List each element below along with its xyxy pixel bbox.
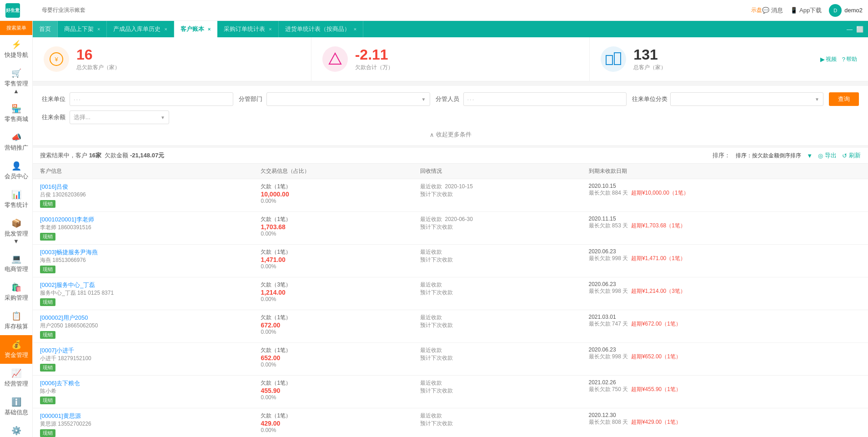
overdue-link-6[interactable]: 超期¥455.90（1笔） <box>631 386 681 392</box>
tab-import-stats-close[interactable]: × <box>354 26 356 32</box>
quick-nav-icon: ⚡ <box>11 40 21 50</box>
sidebar-item-retail-mgmt[interactable]: 🛒 零售管理 ▲ <box>0 64 32 99</box>
overdue-link-2[interactable]: 超期¥1,471.00（1笔） <box>631 255 686 261</box>
sidebar-item-retail-stats[interactable]: 📊 零售统计 <box>0 185 32 214</box>
page-body: ¥ 16 总欠款客户（家） -2.11 欠款合计（万） <box>33 37 868 437</box>
tab-purchase-order-stats[interactable]: 采购订单统计表 × <box>217 21 278 37</box>
sidebar-item-basic-info[interactable]: ℹ️ 基础信息 <box>0 392 32 421</box>
debt-count-2: 欠款（1笔） <box>261 248 405 256</box>
tab-home[interactable]: 首页 <box>33 21 58 37</box>
customer-name-3[interactable]: [0002]服务中心_丁磊 <box>40 281 246 289</box>
ops-mgmt-icon: 📈 <box>11 368 21 378</box>
retail-mall-icon: 🏪 <box>11 104 21 114</box>
tab-purchase-order-stats-label: 采购订单统计表 <box>224 25 265 33</box>
sidebar-label-ops-mgmt: 经营管理 <box>5 380 28 388</box>
filter-input-dept[interactable]: ▼ <box>266 92 430 106</box>
customer-cell-4: [000002]用户2050 用户2050 18665062050 现销 <box>33 310 253 343</box>
collapse-bar[interactable]: ∧ 收起更多条件 <box>42 129 859 141</box>
search-menu[interactable]: 搜索菜单 <box>0 21 32 35</box>
sidebar-item-member-center[interactable]: 👤 会员中心 <box>0 156 32 185</box>
overdue-days-6: 最长欠款 750 天 超期¥455.90（1笔） <box>589 386 861 393</box>
debt-amount-4[interactable]: 672.00 <box>261 321 405 329</box>
tab-customer-account[interactable]: 客户账本 × <box>174 21 217 37</box>
overdue-link-3[interactable]: 超期¥1,214.00（3笔） <box>631 288 686 294</box>
video-button[interactable]: ▶ 视频 <box>820 55 837 63</box>
customer-cell-0: [0016]吕俊 吕俊 13026203696 现销 <box>33 179 253 212</box>
overdue-cell-0: 2020.10.15 最长欠款 884 天 超期¥10,000.00（1笔） <box>582 179 868 212</box>
debt-amount-2[interactable]: 1,471.00 <box>261 256 405 263</box>
tab-purchase-order-stats-close[interactable]: × <box>269 26 271 32</box>
debt-count-6: 欠款（1笔） <box>261 379 405 387</box>
recovery-label-1: 最近收款 2020-06-30 <box>420 216 574 223</box>
sort-select[interactable]: 排序：按欠款金额倒序排序 <box>736 152 801 160</box>
sidebar-label-capital-mgmt: 资金管理 <box>5 351 28 359</box>
sidebar-item-ops-mgmt[interactable]: 📈 经营管理 <box>0 364 32 392</box>
recovery-cell-1: 最近收款 2020-06-30 预计下次收款 <box>413 212 582 245</box>
tab-production-history-close[interactable]: × <box>164 26 167 32</box>
message-button[interactable]: 💬 消息 <box>762 6 783 15</box>
debt-amount-6[interactable]: 455.90 <box>261 387 405 394</box>
sidebar-item-ecom-mgmt[interactable]: 💻 电商管理 <box>0 249 32 278</box>
debt-cell-1: 欠款（1笔） 1,703.68 0.00% <box>253 212 412 245</box>
debt-amount-3[interactable]: 1,214.00 <box>261 289 405 296</box>
recovery-label-4: 最近收款 <box>420 314 574 321</box>
table-row: [0006]去下粮仓 陈小希 现销 欠款（1笔） 455.90 0.00% 最近… <box>33 376 868 408</box>
filter-input-source-unit[interactable]: ··· <box>70 92 233 106</box>
stat-icon-total-customers <box>601 46 626 72</box>
dept-arrow-icon: ▼ <box>421 97 426 102</box>
tab-window-minimize[interactable]: — <box>847 26 853 33</box>
customer-tag-7: 现销 <box>40 429 55 437</box>
overdue-days-7: 最长欠款 808 天 超期¥429.00（1笔） <box>589 418 861 426</box>
filter-input-balance[interactable]: 选择... ▼ <box>70 111 169 124</box>
customer-name-1[interactable]: [0001020001]李老师 <box>40 216 246 224</box>
debt-amount-0[interactable]: 10,000.00 <box>261 191 405 198</box>
search-button[interactable]: 查询 <box>829 92 859 106</box>
overdue-link-7[interactable]: 超期¥429.00（1笔） <box>631 419 681 425</box>
customer-name-7[interactable]: [000001]黄思源 <box>40 412 246 420</box>
export-button[interactable]: ◎ 导出 <box>818 151 837 160</box>
debt-amount-7[interactable]: 429.00 <box>261 420 405 427</box>
customer-name-2[interactable]: [0003]畅捷服务尹海燕 <box>40 248 246 256</box>
debt-cell-3: 欠款（3笔） 1,214.00 0.00% <box>253 277 412 310</box>
overdue-cell-6: 2021.02.26 最长欠款 750 天 超期¥455.90（1笔） <box>582 376 868 408</box>
customer-name-5[interactable]: [0007]小进千 <box>40 347 246 355</box>
recovery-label-0: 最近收款 2020-10-15 <box>420 183 574 191</box>
help-button[interactable]: ? 帮助 <box>842 55 857 63</box>
customer-cell-1: [0001020001]李老师 李老师 18600391516 现销 <box>33 212 253 245</box>
filter-input-unit-class[interactable]: ▼ <box>670 92 823 106</box>
sidebar-item-quick-nav[interactable]: ⚡ 快捷导航 <box>0 35 32 64</box>
tab-product-shelf-close[interactable]: × <box>97 26 100 32</box>
sidebar-item-inventory[interactable]: 📋 库存核算 <box>0 306 32 335</box>
sidebar-item-purchase-mgmt[interactable]: 🛍️ 采购管理 <box>0 278 32 306</box>
tab-import-stats[interactable]: 进货单统计表（按商品） × <box>279 21 363 37</box>
customer-name-6[interactable]: [0006]去下粮仓 <box>40 379 246 387</box>
overdue-link-1[interactable]: 超期¥1,703.68（1笔） <box>631 222 686 229</box>
overdue-link-4[interactable]: 超期¥672.00（1笔） <box>631 321 681 327</box>
overdue-link-5[interactable]: 超期¥652.00（1笔） <box>631 353 681 360</box>
sidebar-item-retail-mall[interactable]: 🏪 零售商城 <box>0 99 32 128</box>
customer-cell-2: [0003]畅捷服务尹海燕 海燕 18513066976 现销 <box>33 245 253 277</box>
tab-window-maximize[interactable]: ⬜ <box>856 26 863 33</box>
filter-label-balance: 往来余额 <box>42 113 67 121</box>
customer-name-0[interactable]: [0016]吕俊 <box>40 183 246 191</box>
tab-product-shelf[interactable]: 商品上下架 × <box>58 21 107 37</box>
debt-amount-5[interactable]: 652.00 <box>261 354 405 362</box>
sidebar-label-purchase-mgmt: 采购管理 <box>5 294 28 302</box>
tab-customer-account-close[interactable]: × <box>208 26 211 32</box>
debt-amount-1[interactable]: 1,703.68 <box>261 223 405 231</box>
sidebar-item-marketing[interactable]: 📣 营销推广 <box>0 128 32 156</box>
tab-import-stats-label: 进货单统计表（按商品） <box>285 25 350 33</box>
sidebar-item-batch-mgmt[interactable]: 📦 批发管理 ▼ <box>0 214 32 249</box>
sidebar-item-capital-mgmt[interactable]: 💰 资金管理 <box>0 335 32 364</box>
app-container: 搜索菜单 ⚡ 快捷导航 🛒 零售管理 ▲ 🏪 零售商城 📣 营销推广 👤 会员中… <box>0 21 868 437</box>
customer-name-4[interactable]: [000002]用户2050 <box>40 314 246 322</box>
overdue-days-1: 最长欠款 853 天 超期¥1,703.68（1笔） <box>589 222 861 230</box>
overdue-link-0[interactable]: 超期¥10,000.00（1笔） <box>631 190 689 196</box>
app-download-button[interactable]: 📱 App下载 <box>790 6 822 15</box>
sidebar-item-system-mgmt[interactable]: ⚙️ 系统管理 <box>0 421 32 437</box>
refresh-button[interactable]: ↺ 刷新 <box>842 151 861 160</box>
user-menu[interactable]: D demo2 <box>829 4 863 17</box>
overdue-cell-4: 2021.03.01 最长欠款 747 天 超期¥672.00（1笔） <box>582 310 868 343</box>
tab-production-history[interactable]: 产成品入库单历史 × <box>107 21 174 37</box>
filter-input-manager[interactable]: ··· <box>463 92 627 106</box>
